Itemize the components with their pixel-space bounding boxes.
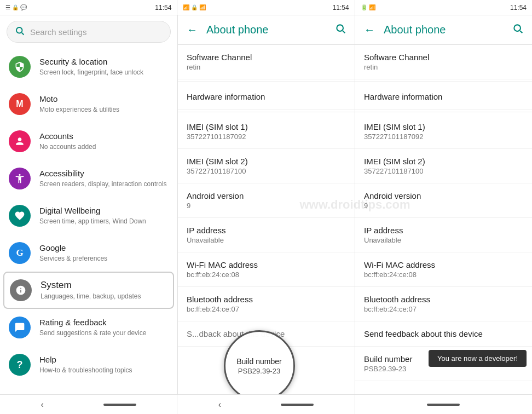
- rating-icon: [9, 317, 31, 338]
- info-wifi-1[interactable]: Wi-Fi MAC address bc:ff:eb:24:ce:08: [178, 252, 355, 287]
- status-bar: ☰ 🔒 💬 11:54 📶 🔒 📶 11:54 🔋 📶 11:54: [0, 0, 532, 15]
- back-button-1[interactable]: ←: [187, 24, 198, 36]
- search-action-2[interactable]: [512, 23, 523, 37]
- info-software-channel-2[interactable]: Software Channel retin: [355, 45, 532, 79]
- settings-panel: Search settings Security & location Scre…: [0, 15, 178, 394]
- battery-icon: 🔋: [361, 4, 367, 10]
- panel-content-2: Software Channel retin Hardware informat…: [355, 45, 532, 394]
- system-subtitle: Languages, time, backup, updates: [41, 292, 167, 301]
- info-android-2[interactable]: Android version 9: [355, 183, 532, 218]
- info-value-sc2: retin: [364, 63, 523, 71]
- settings-item-rating[interactable]: Rating & feedback Send suggestions & rat…: [0, 309, 177, 346]
- back-button-2[interactable]: ←: [364, 24, 375, 36]
- status-panel-2: 📶 🔒 📶 11:54: [177, 0, 355, 15]
- settings-item-moto[interactable]: M Moto Moto experiences & utilities: [0, 85, 177, 123]
- status-panel-3: 🔋 📶 11:54: [355, 0, 532, 15]
- help-icon: ?: [9, 354, 31, 376]
- info-hardware-header-1: Hardware information: [178, 84, 355, 110]
- wifi-label-1: Wi-Fi MAC address: [187, 260, 346, 269]
- wifi-value-1: bc:ff:eb:24:ce:08: [187, 271, 346, 279]
- divider-1: [178, 82, 355, 82]
- settings-list: Security & location Screen lock, fingerp…: [0, 48, 177, 394]
- accessibility-text: Accessibility Screen readers, display, i…: [39, 168, 169, 188]
- accounts-text: Accounts No accounts added: [39, 131, 169, 151]
- nav-section-1: ‹: [0, 395, 177, 414]
- info-android-1[interactable]: Android version 9: [178, 183, 355, 218]
- panels-wrapper: www.droidtips.com ← About phone Software…: [178, 15, 532, 394]
- info-ip-1[interactable]: IP address Unavailable: [178, 218, 355, 252]
- svg-line-3: [343, 31, 345, 33]
- help-title: Help: [39, 354, 169, 365]
- svg-point-2: [337, 25, 343, 31]
- wifi-label-2: Wi-Fi MAC address: [364, 260, 523, 269]
- info-value-sc1: retin: [187, 63, 346, 71]
- settings-item-google[interactable]: G Google Services & preferences: [0, 234, 177, 272]
- divider-3: [355, 82, 532, 82]
- settings-item-help[interactable]: ? Help How-to & troubleshooting topics: [0, 346, 177, 383]
- status-icons-2: 📶 🔒 📶: [183, 4, 206, 10]
- status-time-3: 11:54: [510, 4, 527, 12]
- imei1-label-1: IMEI (SIM slot 1): [187, 122, 346, 131]
- ip-value-2: Unavailable: [364, 236, 523, 244]
- info-bt-2[interactable]: Bluetooth address bc:ff:eb:24:ce:07: [355, 287, 532, 321]
- panel-content-1: Software Channel retin Hardware informat…: [178, 45, 355, 394]
- info-bt-1[interactable]: Bluetooth address bc:ff:eb:24:ce:07: [178, 287, 355, 321]
- status-icon-1: ☰: [5, 4, 10, 10]
- digital-wellbeing-title: Digital Wellbeing: [39, 205, 169, 216]
- search-bar[interactable]: Search settings: [7, 21, 171, 43]
- info-software-channel-1[interactable]: Software Channel retin: [178, 45, 355, 79]
- security-text: Security & location Screen lock, fingerp…: [39, 56, 169, 77]
- bt-label-2: Bluetooth address: [364, 295, 523, 304]
- security-icon: [9, 56, 31, 78]
- settings-item-accessibility[interactable]: Accessibility Screen readers, display, i…: [0, 160, 177, 197]
- build-overlay: Build number PSB29.39-23: [178, 347, 355, 384]
- status-icon-2: 🔒: [12, 4, 19, 10]
- search-placeholder: Search settings: [30, 27, 86, 37]
- imei2-label-2: IMEI (SIM slot 2): [364, 157, 523, 166]
- panel-header-2: ← About phone: [355, 15, 532, 45]
- moto-text: Moto Moto experiences & utilities: [39, 94, 169, 114]
- ip-label-2: IP address: [364, 226, 523, 235]
- info-label-sc1: Software Channel: [187, 53, 346, 62]
- android-label-1: Android version: [187, 191, 346, 200]
- build-number-value: PSB29.39-23: [238, 367, 280, 375]
- info-imei2-2[interactable]: IMEI (SIM slot 2) 357227101187100: [355, 149, 532, 183]
- info-imei2-1[interactable]: IMEI (SIM slot 2) 357227101187100: [178, 149, 355, 183]
- nav-back-2[interactable]: ‹: [218, 400, 221, 410]
- feedback-label-2: Send feedback about this device: [364, 329, 523, 338]
- rating-subtitle: Send suggestions & rate your device: [39, 329, 169, 338]
- hardware-section-2: Hardware information: [364, 92, 523, 101]
- digital-wellbeing-subtitle: Screen time, app timers, Wind Down: [39, 217, 169, 226]
- info-imei1-2[interactable]: IMEI (SIM slot 1) 357227101187092: [355, 114, 532, 149]
- accessibility-icon: [9, 168, 31, 189]
- info-imei1-1[interactable]: IMEI (SIM slot 1) 357227101187092: [178, 114, 355, 149]
- status-icon-4: 📶: [183, 4, 189, 10]
- security-title: Security & location: [39, 56, 169, 67]
- imei2-value-1: 357227101187100: [187, 167, 346, 175]
- settings-item-accounts[interactable]: Accounts No accounts added: [0, 123, 177, 160]
- build-number-label: Build number: [236, 357, 282, 366]
- settings-item-security[interactable]: Security & location Screen lock, fingerp…: [0, 48, 177, 85]
- settings-item-digital-wellbeing[interactable]: Digital Wellbeing Screen time, app timer…: [0, 197, 177, 234]
- divider-4: [355, 112, 532, 112]
- panel-title-2: About phone: [384, 24, 512, 36]
- digital-wellbeing-icon: [9, 205, 31, 227]
- search-action-1[interactable]: [335, 23, 346, 37]
- info-wifi-2[interactable]: Wi-Fi MAC address bc:ff:eb:24:ce:08: [355, 252, 532, 287]
- android-value-1: 9: [187, 202, 346, 210]
- signal-icon: 📶: [369, 4, 375, 10]
- system-title: System: [41, 279, 167, 291]
- info-hardware-header-2: Hardware information: [355, 84, 532, 110]
- info-feedback-2[interactable]: Send feedback about this device: [355, 321, 532, 347]
- svg-point-0: [16, 27, 22, 33]
- nav-bar: ‹ ‹: [0, 394, 532, 414]
- divider-2: [178, 112, 355, 112]
- panel-header-1: ← About phone: [178, 15, 355, 45]
- search-icon: [15, 26, 25, 38]
- info-ip-2[interactable]: IP address Unavailable: [355, 218, 532, 252]
- nav-back-1[interactable]: ‹: [41, 400, 44, 410]
- settings-item-system[interactable]: System Languages, time, backup, updates: [3, 272, 174, 309]
- about-panel-2: ← About phone Software Channel retin Har…: [355, 15, 532, 394]
- svg-line-5: [520, 31, 522, 33]
- accounts-title: Accounts: [39, 131, 169, 142]
